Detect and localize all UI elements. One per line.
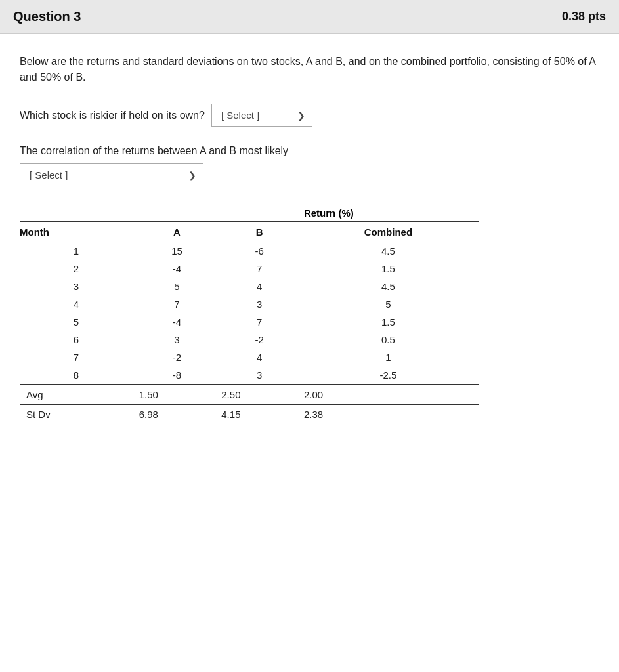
stdev-row: St Dv 6.98 4.15 2.38 [20, 404, 479, 423]
cell-b: 3 [221, 295, 304, 313]
col-a: A [139, 222, 222, 242]
q1-container: Which stock is riskier if held on its ow… [20, 104, 599, 127]
cell-month: 6 [20, 331, 139, 348]
data-table-section: Return (%) Month A B Combined 1 15 -6 4.… [20, 207, 599, 423]
cell-combined: 4.5 [304, 278, 479, 295]
returns-table: Return (%) Month A B Combined 1 15 -6 4.… [20, 207, 479, 423]
q2-select-value[interactable]: [ Select ] [20, 164, 182, 186]
table-row: 2 -4 7 1.5 [20, 260, 479, 278]
cell-month: 3 [20, 278, 139, 295]
cell-month: 2 [20, 260, 139, 278]
cell-b: -2 [221, 331, 304, 348]
cell-combined: -2.5 [304, 366, 479, 385]
avg-b: 2.50 [221, 385, 304, 404]
avg-row: Avg 1.50 2.50 2.00 [20, 385, 479, 404]
cell-month: 4 [20, 295, 139, 313]
table-row: 5 -4 7 1.5 [20, 313, 479, 331]
page-container: Question 3 0.38 pts Below are the return… [0, 0, 619, 672]
table-row: 6 3 -2 0.5 [20, 331, 479, 348]
stdev-combined: 2.38 [304, 404, 479, 423]
col-header-row: Month A B Combined [20, 222, 479, 242]
cell-b: 7 [221, 260, 304, 278]
cell-a: 7 [139, 295, 222, 313]
cell-month: 8 [20, 366, 139, 385]
avg-a: 1.50 [139, 385, 222, 404]
col-month: Month [20, 222, 139, 242]
table-row: 3 5 4 4.5 [20, 278, 479, 295]
cell-b: 4 [221, 278, 304, 295]
question-body: Below are the returns and standard devia… [0, 34, 619, 443]
cell-combined: 1.5 [304, 313, 479, 331]
question-points: 0.38 pts [562, 10, 606, 24]
col-combined: Combined [304, 222, 479, 242]
cell-a: 5 [139, 278, 222, 295]
cell-a: 3 [139, 331, 222, 348]
q2-select-wrapper[interactable]: [ Select ] ❯ [20, 163, 203, 186]
q1-chevron-icon[interactable]: ❯ [291, 105, 312, 126]
cell-combined: 4.5 [304, 242, 479, 261]
q1-select-wrapper[interactable]: [ Select ] ❯ [211, 104, 312, 127]
table-row: 4 7 3 5 [20, 295, 479, 313]
return-header-cell: Return (%) [139, 207, 479, 222]
cell-combined: 5 [304, 295, 479, 313]
col-b: B [221, 222, 304, 242]
stdev-b: 4.15 [221, 404, 304, 423]
cell-a: 15 [139, 242, 222, 261]
avg-label: Avg [20, 385, 139, 404]
table-row: 1 15 -6 4.5 [20, 242, 479, 261]
cell-month: 1 [20, 242, 139, 261]
cell-month: 7 [20, 348, 139, 366]
cell-a: -4 [139, 313, 222, 331]
cell-b: -6 [221, 242, 304, 261]
table-row: 7 -2 4 1 [20, 348, 479, 366]
q1-select-value[interactable]: [ Select ] [212, 104, 291, 126]
stdev-label: St Dv [20, 404, 139, 423]
question-title: Question 3 [13, 9, 81, 24]
cell-combined: 1.5 [304, 260, 479, 278]
q2-chevron-icon[interactable]: ❯ [182, 165, 203, 186]
cell-month: 5 [20, 313, 139, 331]
cell-a: -8 [139, 366, 222, 385]
return-header-row: Return (%) [20, 207, 479, 222]
q1-label: Which stock is riskier if held on its ow… [20, 110, 205, 121]
q2-container: The correlation of the returns between A… [20, 145, 599, 186]
cell-a: -2 [139, 348, 222, 366]
stdev-a: 6.98 [139, 404, 222, 423]
cell-a: -4 [139, 260, 222, 278]
cell-combined: 0.5 [304, 331, 479, 348]
cell-b: 7 [221, 313, 304, 331]
cell-b: 4 [221, 348, 304, 366]
q2-label: The correlation of the returns between A… [20, 145, 599, 157]
question-header: Question 3 0.38 pts [0, 0, 619, 34]
cell-combined: 1 [304, 348, 479, 366]
table-row: 8 -8 3 -2.5 [20, 366, 479, 385]
question-intro-text: Below are the returns and standard devia… [20, 54, 599, 85]
table-wrapper: Return (%) Month A B Combined 1 15 -6 4.… [20, 207, 479, 423]
avg-combined: 2.00 [304, 385, 479, 404]
cell-b: 3 [221, 366, 304, 385]
